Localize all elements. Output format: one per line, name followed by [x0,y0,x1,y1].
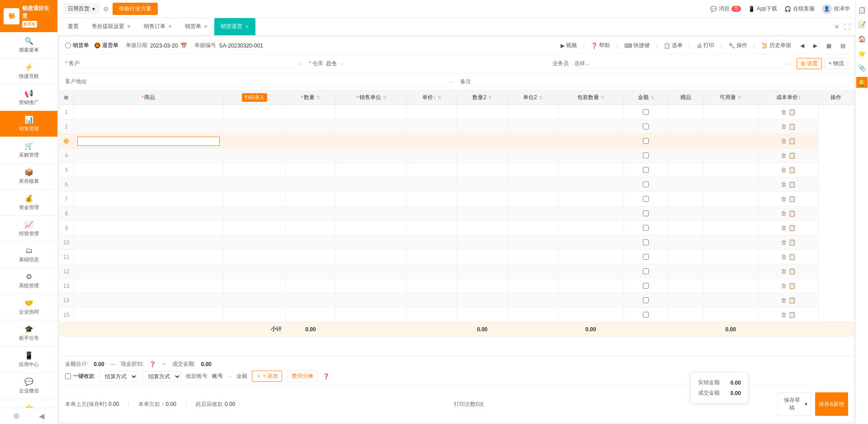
pack-qty-cell[interactable] [508,192,558,206]
radio-delivery[interactable]: 销货单 [65,42,89,49]
table-row[interactable]: 11 🗑 📋 [60,250,854,264]
sort-price-icon[interactable]: ⇅ [438,95,441,100]
unit-price-cell[interactable] [336,206,407,221]
right-sidebar-btn-5[interactable]: 📎 [856,62,868,73]
copy-icon[interactable]: 📋 [788,239,796,246]
delete-icon[interactable]: 🗑 [781,297,787,304]
prev-icon[interactable]: ◀ [797,42,807,50]
product-cell[interactable] [73,192,223,206]
gift-checkbox[interactable] [643,312,649,318]
video-btn[interactable]: ▶ 视频 [558,41,580,50]
pack-qty-cell[interactable] [508,264,558,279]
print-btn[interactable]: 🖨 打印 [694,41,717,50]
product-cell[interactable] [73,264,223,279]
amount-cell[interactable] [558,192,623,206]
table-row[interactable]: 12 🗑 📋 [60,264,854,279]
product-input[interactable] [77,137,220,146]
available-cell[interactable] [668,119,703,134]
table-row[interactable]: 4 🗑 📋 [60,148,854,163]
daily-selector[interactable]: 日用百货 ▾ [63,3,99,14]
table-row[interactable]: 7 🗑 📋 [60,192,854,206]
amount-cell[interactable] [558,221,623,235]
save-draft-button[interactable]: 保存草稿 ▾ [778,392,811,416]
tab-price-setting[interactable]: 售价提取设置 ✕ [85,18,137,35]
unit-price-cell[interactable] [336,264,407,279]
pack-qty-cell[interactable] [508,119,558,134]
expand-tab-icon[interactable]: ⛶ [843,22,852,32]
quantity-cell[interactable] [223,293,285,308]
cost-price-cell[interactable] [703,279,758,293]
split-button[interactable]: 费用分摊 [287,371,318,382]
product-cell[interactable] [73,134,223,148]
app-download-button[interactable]: 📱 App下载 [748,5,777,13]
product-cell[interactable] [73,308,223,322]
table-row[interactable]: 10 🗑 📋 [60,235,854,250]
shortcut-btn[interactable]: ⌨ 快捷键 [622,41,652,50]
sidebar-item-basic[interactable]: 🗂 基础信息 [0,242,57,268]
detail-view-icon[interactable]: ▤ [838,42,848,50]
pack-qty-cell[interactable] [508,105,558,119]
copy-icon[interactable]: 📋 [788,109,796,115]
copy-icon[interactable]: 📋 [788,152,796,159]
copy-icon[interactable]: 📋 [788,253,796,260]
quantity-cell[interactable] [223,177,285,192]
cost-price-cell[interactable] [703,105,758,119]
available-cell[interactable] [668,279,703,293]
tab-sales-delivery[interactable]: 销货单 ✕ [179,18,214,35]
quantity-cell[interactable] [223,192,285,206]
split-help-icon[interactable]: ❓ [323,373,330,380]
address-dots[interactable]: ··· [448,79,453,85]
table-row[interactable]: 5 🗑 📋 [60,163,854,177]
gift-cell[interactable] [623,293,668,308]
cost-price-cell[interactable] [703,192,758,206]
sidebar-item-search[interactable]: 🔍 搜索菜单 [0,32,57,58]
gift-cell[interactable] [623,221,668,235]
sort-qty2-icon[interactable]: ⇅ [488,95,492,100]
col-gear[interactable]: ⚙ [60,91,73,105]
sort-amount-icon[interactable]: ⇅ [651,95,654,100]
sales-unit-cell[interactable] [285,163,336,177]
calendar-icon[interactable]: 📅 [180,43,187,49]
amount-cell[interactable] [558,250,623,264]
product-cell[interactable] [73,279,223,293]
sort-unit2-icon[interactable]: ⇅ [539,95,542,100]
sales-unit-cell[interactable] [285,192,336,206]
quantity-cell[interactable] [223,250,285,264]
unit2-cell[interactable] [457,119,508,134]
sales-unit-cell[interactable] [285,148,336,163]
history-btn[interactable]: 📜 历史单据 [759,41,794,50]
quantity2-cell[interactable] [407,206,457,221]
gift-checkbox[interactable] [643,283,649,289]
settings-bottom-icon[interactable]: ⚙ [13,412,19,420]
copy-icon[interactable]: 📋 [788,195,796,202]
gift-cell[interactable] [623,279,668,293]
delete-icon[interactable]: 🗑 [781,268,787,275]
quantity-cell[interactable] [223,264,285,279]
quantity-cell[interactable] [223,206,285,221]
gift-checkbox[interactable] [643,152,649,158]
sidebar-item-operations[interactable]: 📈 经营管理 [0,216,57,242]
gift-cell[interactable] [623,163,668,177]
quantity2-cell[interactable] [407,177,457,192]
quantity-cell[interactable] [223,148,285,163]
next-icon[interactable]: ▶ [811,42,820,50]
unit-price-cell[interactable] [336,119,407,134]
gift-cell[interactable] [623,308,668,322]
amount-cell[interactable] [558,293,623,308]
logistics-button[interactable]: + 物流 [825,58,848,69]
quantity2-cell[interactable] [407,148,457,163]
sidebar-item-apps[interactable]: 📱 应用中心 [0,347,57,373]
table-row[interactable]: 6 🗑 📋 [60,177,854,192]
sort-pack-icon[interactable]: ⇅ [601,95,604,100]
pack-qty-cell[interactable] [508,279,558,293]
unit2-cell[interactable] [457,105,508,119]
unit-price-cell[interactable] [336,192,407,206]
sidebar-item-inventory[interactable]: 📦 库存核算 [0,163,57,190]
unit-price-cell[interactable] [336,221,407,235]
sales-unit-cell[interactable] [285,119,336,134]
cost-price-cell[interactable] [703,293,758,308]
copy-icon[interactable]: 📋 [788,282,796,289]
delete-icon[interactable]: 🗑 [781,195,787,202]
tab-price-setting-close[interactable]: ✕ [127,24,131,29]
available-cell[interactable] [668,221,703,235]
